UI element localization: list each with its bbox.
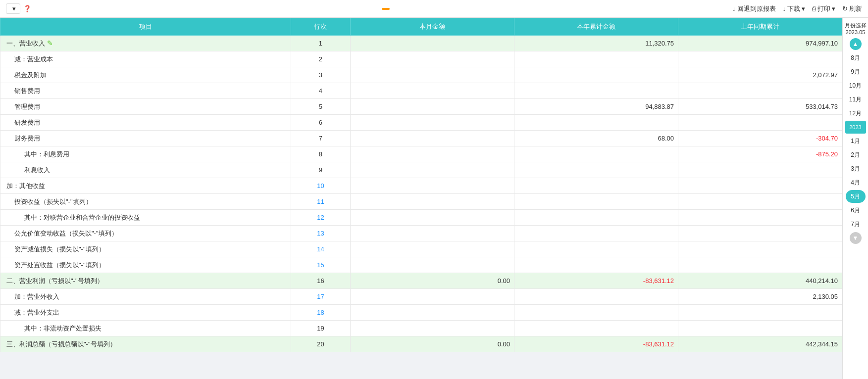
side-label: 月份选择2023.05 <box>843 20 868 37</box>
month-3[interactable]: 3月 <box>846 162 866 175</box>
cell-row-0: 1 <box>291 36 350 51</box>
month-6[interactable]: 6月 <box>846 204 866 217</box>
cell-month-0 <box>351 36 514 51</box>
cell-row-6: 7 <box>291 131 350 146</box>
cell-item-16: 加：营业外收入 <box>0 289 291 305</box>
cell-prior-3 <box>678 83 842 99</box>
cell-ytd-19: -83,631.12 <box>514 336 678 352</box>
cell-prior-12 <box>678 226 842 241</box>
dropdown-arrow-icon: ▾ <box>12 5 16 12</box>
year-2023[interactable]: 2023 <box>845 121 866 134</box>
cell-prior-13 <box>678 241 842 257</box>
cell-month-14 <box>351 257 514 273</box>
table-row: 资产处置收益（损失以"-"填列）15 <box>0 257 842 273</box>
print-arrow: ▾ <box>832 5 835 12</box>
cell-row-11: 12 <box>291 210 350 226</box>
month-10[interactable]: 10月 <box>846 79 866 92</box>
cell-row-4: 5 <box>291 99 350 115</box>
cell-ytd-15: -83,631.12 <box>514 273 678 289</box>
cell-month-11 <box>351 210 514 226</box>
help-icon[interactable]: ❓ <box>23 5 31 12</box>
cell-prior-14 <box>678 257 842 273</box>
cell-prior-2: 2,072.97 <box>678 67 842 83</box>
download-label: 下载 <box>787 4 800 13</box>
cell-ytd-2 <box>514 67 678 83</box>
main-container: 项目 行次 本月金额 本年累计金额 上年同期累计 一、营业收入✎111,320.… <box>0 18 868 379</box>
cell-prior-16: 2,130.05 <box>678 289 842 305</box>
cell-row-3: 4 <box>291 83 350 99</box>
cell-item-10: 投资收益（损失以"-"填列） <box>0 194 291 210</box>
cell-row-12: 13 <box>291 226 350 241</box>
cell-prior-10 <box>678 194 842 210</box>
scroll-up-button[interactable]: ▲ <box>850 38 862 50</box>
table-row: 加：营业外收入172,130.05 <box>0 289 842 305</box>
cell-prior-8 <box>678 162 842 178</box>
month-12[interactable]: 12月 <box>846 107 866 120</box>
header-item: 项目 <box>0 18 291 36</box>
cell-row-10: 11 <box>291 194 350 210</box>
top-bar: ▾ ❓ ↓ 回退到原报表 ↓ 下载 ▾ ⎙ 打印 ▾ ↻ 刷新 <box>0 0 868 18</box>
cell-row-1: 2 <box>291 51 350 67</box>
cell-ytd-12 <box>514 226 678 241</box>
cell-ytd-8 <box>514 162 678 178</box>
cell-item-7: 其中：利息费用 <box>0 146 291 162</box>
month-8[interactable]: 8月 <box>846 51 866 64</box>
month-4[interactable]: 4月 <box>846 176 866 189</box>
cell-month-7 <box>351 146 514 162</box>
all-dropdown[interactable]: ▾ <box>6 3 20 14</box>
header-row: 行次 <box>291 18 350 36</box>
status-badge <box>382 8 390 10</box>
table-row: 财务费用768.00-304.70 <box>0 131 842 146</box>
print-button[interactable]: ⎙ 打印 ▾ <box>812 4 835 13</box>
back-label: 回退到原报表 <box>737 4 776 13</box>
cell-month-6 <box>351 131 514 146</box>
table-row: 其中：对联营企业和合营企业的投资收益12 <box>0 210 842 226</box>
cell-ytd-17 <box>514 305 678 321</box>
table-row: 公允价值变动收益（损失以"-"填列）13 <box>0 226 842 241</box>
month-7[interactable]: 7月 <box>846 218 866 231</box>
table-row: 销售费用4 <box>0 83 842 99</box>
table-row: 加：其他收益10 <box>0 178 842 194</box>
table-area: 项目 行次 本月金额 本年累计金额 上年同期累计 一、营业收入✎111,320.… <box>0 18 842 379</box>
cell-ytd-5 <box>514 115 678 131</box>
cell-month-3 <box>351 83 514 99</box>
table-row: 减：营业外支出18 <box>0 305 842 321</box>
cell-ytd-16 <box>514 289 678 305</box>
cell-ytd-1 <box>514 51 678 67</box>
edit-icon-0[interactable]: ✎ <box>47 39 53 47</box>
cell-row-9: 10 <box>291 178 350 194</box>
side-panel: 月份选择2023.05 ▲ 8月 9月 10月 11月 12月 2023 1月 … <box>842 18 868 379</box>
cell-prior-11 <box>678 210 842 226</box>
month-5[interactable]: 5月 <box>846 190 866 203</box>
table-row: 其中：非流动资产处置损失19 <box>0 321 842 336</box>
cell-item-0: 一、营业收入✎ <box>0 36 291 51</box>
cell-row-14: 15 <box>291 257 350 273</box>
cell-item-12: 公允价值变动收益（损失以"-"填列） <box>0 226 291 241</box>
download-icon: ↓ <box>783 5 786 12</box>
cell-month-10 <box>351 194 514 210</box>
cell-prior-9 <box>678 178 842 194</box>
cell-month-5 <box>351 115 514 131</box>
cell-item-18: 其中：非流动资产处置损失 <box>0 321 291 336</box>
top-bar-center <box>374 8 390 10</box>
top-bar-right: ↓ 回退到原报表 ↓ 下载 ▾ ⎙ 打印 ▾ ↻ 刷新 <box>732 4 862 13</box>
month-11[interactable]: 11月 <box>846 93 866 106</box>
cell-ytd-0: 11,320.75 <box>514 36 678 51</box>
refresh-button[interactable]: ↻ 刷新 <box>842 4 862 13</box>
cell-item-1: 减：营业成本 <box>0 51 291 67</box>
cell-prior-18 <box>678 321 842 336</box>
scroll-down-button[interactable]: ▼ <box>850 232 862 244</box>
table-row: 税金及附加32,072.97 <box>0 67 842 83</box>
month-2[interactable]: 2月 <box>846 148 866 161</box>
cell-ytd-11 <box>514 210 678 226</box>
cell-month-12 <box>351 226 514 241</box>
table-row: 利息收入9 <box>0 162 842 178</box>
cell-prior-19: 442,344.15 <box>678 336 842 352</box>
download-button[interactable]: ↓ 下载 ▾ <box>783 4 806 13</box>
cell-month-16 <box>351 289 514 305</box>
cell-row-8: 9 <box>291 162 350 178</box>
back-button[interactable]: ↓ 回退到原报表 <box>732 4 776 13</box>
month-1[interactable]: 1月 <box>846 135 866 147</box>
top-bar-left: ▾ ❓ <box>6 3 31 14</box>
month-9[interactable]: 9月 <box>846 65 866 78</box>
